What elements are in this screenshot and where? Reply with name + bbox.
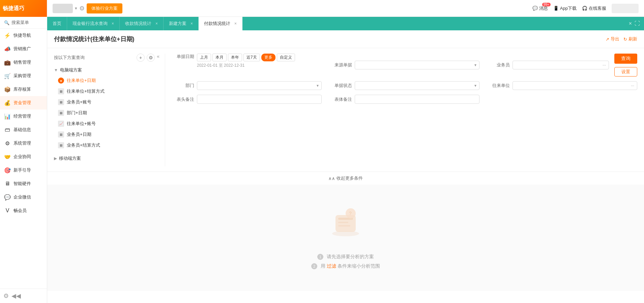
chevron-up-icon: ∧∧ xyxy=(328,176,335,181)
sidebar-item-marketing[interactable]: 📣 营销推广 xyxy=(0,42,47,56)
date-range-display: 2022-01-01 至 2022-12-31 xyxy=(197,63,322,68)
message-badge: 99+ xyxy=(542,3,551,6)
date-label: 单据日期 xyxy=(171,54,194,60)
sidebar-item-inventory[interactable]: 📦 库存核算 xyxy=(0,83,47,96)
tab-payment-stats-close[interactable]: × xyxy=(234,21,237,26)
scheme-item-partner-date[interactable]: ● 往来单位+日期 xyxy=(54,75,159,86)
sidebar-item-hardware[interactable]: 🖥 智能硬件 xyxy=(0,177,47,190)
header-notes-item: 表头备注 xyxy=(171,95,322,104)
tab-receipt-stats-close[interactable]: × xyxy=(155,21,158,26)
tab-close-all-btn[interactable]: × xyxy=(629,21,632,27)
online-service-label: 在线客服 xyxy=(589,5,606,11)
source-filter-item: 来源单据 ▾ xyxy=(328,54,479,77)
scheme-item-salesman-date[interactable]: ▦ 业务员+日期 xyxy=(54,129,159,140)
sidebar-item-sales[interactable]: 💼 销售管理 xyxy=(0,56,47,69)
headset-icon: 🎧 xyxy=(582,6,587,11)
date-7days-btn[interactable]: 近7天 xyxy=(243,54,260,61)
query-btn[interactable]: 查询 xyxy=(614,54,637,64)
sidebar-search[interactable]: 🔍 搜索菜单 xyxy=(0,17,47,29)
tab-expand-btn[interactable]: ⛶ xyxy=(635,21,640,27)
tab-home-label: 首页 xyxy=(53,21,61,27)
scheme-item-partner-settle[interactable]: ▦ 往来单位+结算方式 xyxy=(54,86,159,97)
scheme-item-salesman-account[interactable]: ▦ 业务员+账号 xyxy=(54,97,159,108)
export-label: 导出 xyxy=(611,36,619,42)
sidebar-item-label: 销售管理 xyxy=(13,59,31,65)
source-label: 来源单据 xyxy=(328,62,352,68)
sidebar-item-member[interactable]: V 畅会员 xyxy=(0,204,47,217)
business-icon: 📊 xyxy=(4,113,11,120)
messages-btn[interactable]: 💬 消息 99+ xyxy=(532,5,548,11)
sidebar-item-purchase[interactable]: 🛒 采购管理 xyxy=(0,69,47,83)
collapse-more-btn[interactable]: ∧∧ 收起更多条件 xyxy=(328,175,363,181)
sidebar-item-guide[interactable]: 🎯 新手引导 xyxy=(0,163,47,177)
export-btn[interactable]: ↗ 导出 xyxy=(606,36,619,42)
trial-btn[interactable]: 体验行业方案 xyxy=(87,3,122,13)
sidebar-item-label: 基础信息 xyxy=(13,127,31,133)
wechat-icon: 💬 xyxy=(4,194,11,201)
scheme-item-partner-account[interactable]: 📈 往来单位+账号 xyxy=(54,118,159,129)
topbar-settings-icon[interactable]: ⚙ xyxy=(79,5,85,12)
sidebar-item-label: 快捷导航 xyxy=(13,32,31,38)
sidebar-item-quick-nav[interactable]: ⚡ 快捷导航 xyxy=(0,29,47,42)
collapse-sidebar-btn[interactable]: ◀◀ xyxy=(11,292,21,300)
salesman-select[interactable]: ··· xyxy=(513,61,609,69)
topbar: ▾ ⚙ 体验行业方案 💬 消息 99+ 📱 App下载 🎧 在线客服 xyxy=(47,0,644,17)
dept-select[interactable]: ▾ xyxy=(197,81,322,90)
header-notes-label: 表头备注 xyxy=(171,96,194,102)
date-this-month-btn[interactable]: 本月 xyxy=(212,54,227,61)
partner-select[interactable]: ··· xyxy=(513,81,637,90)
member-icon: V xyxy=(4,207,11,214)
sidebar-item-system[interactable]: ⚙ 系统管理 xyxy=(0,137,47,150)
sidebar-item-wechat[interactable]: 💬 企业微信 xyxy=(0,190,47,204)
user-dropdown-arrow[interactable]: ▾ xyxy=(75,6,77,11)
sidebar-item-label: 资金管理 xyxy=(13,100,31,106)
desktop-group-toggle[interactable]: ▼ 电脑端方案 xyxy=(54,65,159,75)
tip2-num: 2 xyxy=(311,263,317,269)
settings-btn[interactable]: 设置 xyxy=(614,67,637,77)
page-body: 付款情况统计(往来单位+日期) ↗ 导出 ↻ 刷新 按 xyxy=(47,30,644,303)
config-scheme-btn[interactable]: ⚙ xyxy=(147,54,155,62)
mobile-group-label: 移动端方案 xyxy=(59,155,81,161)
date-last-month-btn[interactable]: 上月 xyxy=(197,54,211,61)
desktop-group-label: 电脑端方案 xyxy=(60,67,82,73)
sidebar-item-enterprise[interactable]: 🤝 企业协同 xyxy=(0,150,47,163)
tab-home[interactable]: 首页 xyxy=(47,17,67,30)
scheme-item-dept-date[interactable]: ▦ 部门+日期 xyxy=(54,108,159,118)
app-download-btn[interactable]: 📱 App下载 xyxy=(553,5,577,11)
status-filter-item: 单据状态 ▾ xyxy=(328,81,479,90)
online-service-btn[interactable]: 🎧 在线客服 xyxy=(582,5,606,11)
partner-filter-item: 往来单位 ··· xyxy=(486,81,637,90)
source-select[interactable]: ▾ xyxy=(355,61,479,69)
header-notes-input[interactable] xyxy=(197,95,322,104)
mobile-group-toggle[interactable]: ▶ 移动端方案 xyxy=(54,153,159,163)
mobile-scheme-group: ▶ 移动端方案 xyxy=(54,153,159,163)
purchase-icon: 🛒 xyxy=(4,72,11,79)
tab-bank-flow-close[interactable]: × xyxy=(112,21,114,26)
scheme-item-label: 业务员+账号 xyxy=(67,99,91,105)
tab-payment-stats[interactable]: 付款情况统计 × xyxy=(199,17,242,30)
date-this-year-btn[interactable]: 本年 xyxy=(228,54,242,61)
tab-receipt-stats[interactable]: 收款情况统计 × xyxy=(120,17,164,30)
topbar-userinfo xyxy=(612,4,639,13)
refresh-btn[interactable]: ↻ 刷新 xyxy=(623,36,637,42)
salesman-filter-item: 业务员 ··· 查询 设置 xyxy=(486,54,637,77)
scheme-collapse-btn[interactable]: « xyxy=(157,54,159,62)
sidebar-item-basic[interactable]: 🗃 基础信息 xyxy=(0,123,47,137)
sidebar-item-capital[interactable]: 💰 资金管理 xyxy=(0,96,47,110)
body-notes-input[interactable] xyxy=(355,95,479,104)
scheme-item-salesman-settle[interactable]: ▦ 业务员+结算方式 xyxy=(54,140,159,151)
tab-new-scheme[interactable]: 新建方案 × xyxy=(164,17,199,30)
date-custom-btn[interactable]: 自定义 xyxy=(277,54,295,61)
tab-bank-flow[interactable]: 现金银行流水查询 × xyxy=(67,17,120,30)
date-more-btn[interactable]: 更多 xyxy=(261,54,275,61)
tab-new-scheme-close[interactable]: × xyxy=(191,21,193,26)
date-filter-field: 上月 本月 本年 近7天 更多 自定义 2022-01-01 至 2022-12… xyxy=(197,54,322,68)
add-scheme-btn[interactable]: + xyxy=(137,54,145,62)
scheme-circle-icon: ● xyxy=(58,78,64,84)
status-select[interactable]: ▾ xyxy=(355,81,479,90)
scheme-item-label: 往来单位+结算方式 xyxy=(67,88,105,94)
status-arrow-icon: ▾ xyxy=(474,83,476,88)
settings-footer-btn[interactable]: ⚙ xyxy=(3,292,9,300)
sidebar-item-business[interactable]: 📊 经营管理 xyxy=(0,110,47,123)
scheme-item-label: 业务员+日期 xyxy=(67,131,91,138)
